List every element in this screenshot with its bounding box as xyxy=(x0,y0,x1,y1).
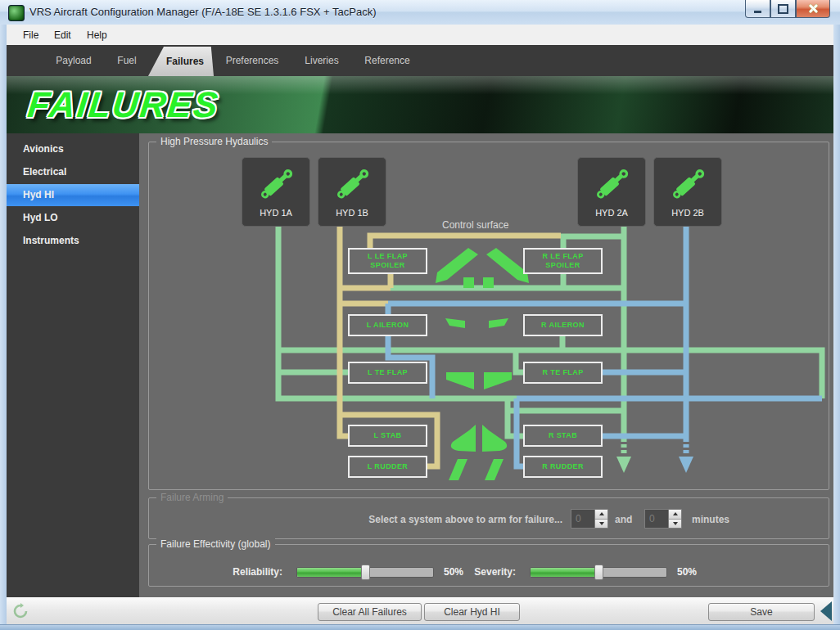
hyd-2b-label: HYD 2B xyxy=(671,208,704,218)
tab-reference[interactable]: Reference xyxy=(350,45,424,76)
group-title: High Pressure Hydaulics xyxy=(156,136,272,147)
clear-hyd-hi-button[interactable]: Clear Hyd HI xyxy=(424,603,520,621)
failure-effectivity-group: Failure Effectivity (global) xyxy=(148,544,829,587)
page-banner: FAILURES xyxy=(7,76,833,134)
nav-previous-icon[interactable] xyxy=(820,601,832,621)
window-frame-left xyxy=(0,25,7,624)
reliability-slider[interactable] xyxy=(296,567,434,578)
arming-and-label: and xyxy=(615,514,632,525)
control-surface-label: Control surface xyxy=(442,219,508,231)
app-icon xyxy=(8,5,25,21)
arming-min-spinner[interactable]: 0 xyxy=(571,509,608,529)
tab-preferences[interactable]: Preferences xyxy=(215,45,289,76)
refresh-icon xyxy=(11,602,29,620)
window-controls xyxy=(745,0,830,17)
spin-down-button[interactable] xyxy=(669,520,681,529)
spin-up-button[interactable] xyxy=(669,510,681,520)
severity-slider-thumb[interactable] xyxy=(594,565,603,580)
window-frame-right xyxy=(833,25,840,624)
surface-box-r-rudder: R RUDDER xyxy=(523,456,603,478)
close-button[interactable] xyxy=(796,0,830,18)
surface-box-r-aileron: R AILERON xyxy=(523,314,603,336)
hydraulic-cylinder-icon xyxy=(589,161,635,207)
reliability-slider-fill xyxy=(297,568,365,577)
menu-bar: File Edit Help xyxy=(7,25,833,46)
surface-box-l-te-flap: L TE FLAP xyxy=(348,362,427,384)
tab-strip: Payload Fuel Failures Preferences Liveri… xyxy=(7,45,833,76)
tab-liveries[interactable]: Liveries xyxy=(285,45,359,76)
arming-min-value[interactable]: 0 xyxy=(571,510,594,528)
sidebar-item-hyd-hi[interactable]: Hyd HI xyxy=(7,184,139,206)
tab-failures[interactable]: Failures xyxy=(148,47,214,76)
hydraulic-cylinder-icon xyxy=(253,161,299,207)
arming-max-spinner[interactable]: 0 xyxy=(644,509,682,529)
surface-box-l-stab: L STAB xyxy=(348,425,427,447)
arming-minutes-label: minutes xyxy=(692,514,729,525)
severity-label: Severity: xyxy=(454,566,516,578)
reliability-slider-thumb[interactable] xyxy=(361,565,370,580)
arming-max-value[interactable]: 0 xyxy=(645,510,668,528)
hyd-1a-label: HYD 1A xyxy=(260,208,292,218)
hyd-2b-button[interactable]: HYD 2B xyxy=(653,157,722,227)
clear-all-failures-button[interactable]: Clear All Failures xyxy=(318,603,422,621)
severity-slider-fill xyxy=(531,568,598,577)
window-title: VRS Aircraft Configuration Manager (F/A-… xyxy=(29,6,377,18)
minimize-icon xyxy=(754,11,761,13)
reliability-label: Reliability: xyxy=(209,566,282,578)
sidebar: Avionics Electrical Hyd HI Hyd LO Instru… xyxy=(7,133,139,597)
sidebar-item-avionics[interactable]: Avionics xyxy=(7,138,139,160)
spin-down-icon xyxy=(599,522,604,525)
hyd-1b-label: HYD 1B xyxy=(336,208,368,218)
sidebar-item-instruments[interactable]: Instruments xyxy=(7,230,139,252)
spin-up-icon xyxy=(599,512,604,515)
failure-arming-title: Failure Arming xyxy=(156,492,228,503)
sidebar-item-hyd-lo[interactable]: Hyd LO xyxy=(7,207,139,229)
title-bar: VRS Aircraft Configuration Manager (F/A-… xyxy=(0,0,840,25)
spin-up-button[interactable] xyxy=(595,510,607,520)
surface-box-l-aileron: L AILERON xyxy=(348,314,427,336)
hyd-1a-button[interactable]: HYD 1A xyxy=(242,157,310,227)
hydraulic-cylinder-icon xyxy=(329,161,375,207)
severity-value: 50% xyxy=(677,566,697,578)
menu-item-help[interactable]: Help xyxy=(82,28,112,43)
minimize-button[interactable] xyxy=(745,0,770,18)
severity-slider[interactable] xyxy=(530,567,667,578)
spin-up-icon xyxy=(673,512,678,515)
arming-prompt: Select a system above to arm for failure… xyxy=(368,514,562,525)
tab-payload[interactable]: Payload xyxy=(41,45,106,76)
spin-down-button[interactable] xyxy=(595,520,607,529)
menu-item-file[interactable]: File xyxy=(18,28,43,43)
surface-box-r-te-flap: R TE FLAP xyxy=(523,362,603,384)
surface-box-r-le-flap-spoiler: R LE FLAP SPOILER xyxy=(523,248,603,274)
maximize-icon xyxy=(778,4,788,14)
save-button[interactable]: Save xyxy=(708,603,815,621)
spin-down-icon xyxy=(673,522,678,525)
failure-effectivity-title: Failure Effectivity (global) xyxy=(156,538,275,550)
maximize-button[interactable] xyxy=(770,0,796,18)
footer-bar: Clear All Failures Clear Hyd HI Save xyxy=(7,597,833,625)
hyd-2a-button[interactable]: HYD 2A xyxy=(577,157,646,227)
surface-box-l-rudder: L RUDDER xyxy=(348,456,427,478)
application-window: VRS Aircraft Configuration Manager (F/A-… xyxy=(0,0,840,630)
page-title: FAILURES xyxy=(25,84,221,125)
window-frame-bottom xyxy=(0,624,840,630)
hydraulic-cylinder-icon xyxy=(665,161,711,207)
sidebar-item-electrical[interactable]: Electrical xyxy=(7,161,139,183)
surface-box-r-stab: R STAB xyxy=(523,425,603,447)
tab-fuel[interactable]: Fuel xyxy=(98,45,156,76)
hyd-1b-button[interactable]: HYD 1B xyxy=(318,157,386,227)
surface-box-l-le-flap-spoiler: L LE FLAP SPOILER xyxy=(348,248,427,274)
close-icon xyxy=(809,4,818,13)
hyd-2a-label: HYD 2A xyxy=(595,208,628,218)
menu-item-edit[interactable]: Edit xyxy=(49,28,76,43)
